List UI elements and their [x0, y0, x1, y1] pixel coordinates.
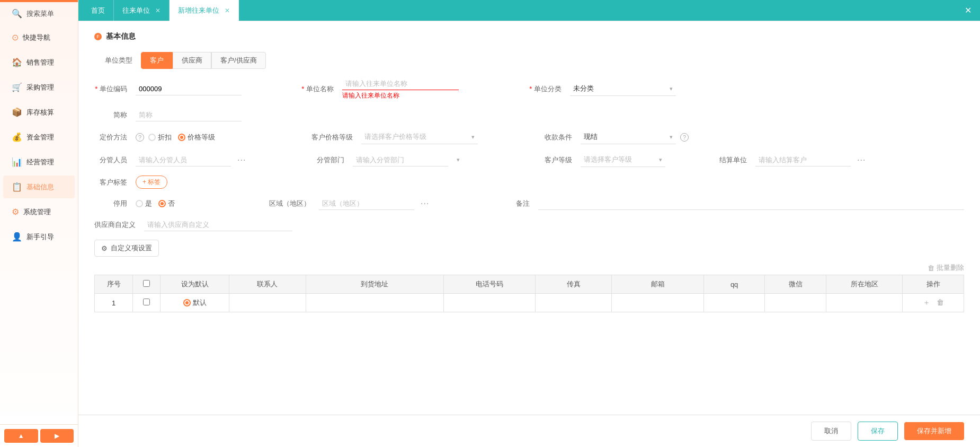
sidebar-label: 销售管理 [26, 58, 54, 67]
dept-input[interactable] [353, 154, 448, 166]
add-tag-button[interactable]: + 标签 [136, 176, 167, 189]
contact-table: 序号 设为默认 联系人 到货地址 电话号码 传真 邮箱 qq 微信 所在地区 [94, 275, 964, 312]
region-label: 区域（地区） [269, 199, 315, 208]
batch-delete-btn[interactable]: 🗑 批量删除 [94, 263, 964, 273]
customer-level-dropdown-icon: ▾ [659, 156, 662, 163]
sidebar-item-quick-nav[interactable]: ⊙ 快捷导航 [3, 26, 75, 49]
payment-help-icon[interactable]: ? [680, 133, 689, 142]
cancel-button[interactable]: 取消 [811, 422, 851, 441]
type-btn-both[interactable]: 客户/供应商 [211, 52, 266, 69]
batch-delete-label: 批量删除 [937, 263, 964, 273]
sidebar-item-system[interactable]: ⚙ 系统管理 [3, 200, 75, 223]
custom-settings-button[interactable]: ⚙ 自定义项设置 [94, 240, 159, 257]
manager-more-btn[interactable]: ··· [235, 155, 248, 165]
search-icon: 🔍 [12, 8, 22, 19]
manager-label: 分管人员 [94, 155, 131, 165]
disabled-radio-yes[interactable]: 是 [136, 199, 152, 208]
section-title: 基本信息 [106, 32, 136, 41]
sidebar-item-inventory[interactable]: 📦 库存核算 [3, 101, 75, 124]
tab-partner-list[interactable]: 往来单位 ✕ [114, 0, 170, 21]
unit-name-group: 单位名称 请输入往来单位名称 [301, 77, 513, 100]
select-all-checkbox[interactable] [143, 280, 150, 287]
row-checkbox[interactable] [143, 299, 150, 305]
region-more-btn[interactable]: ··· [418, 199, 431, 208]
region-input[interactable] [319, 197, 414, 210]
unit-name-input[interactable] [342, 77, 459, 90]
col-default: 设为默认 [161, 275, 229, 294]
disabled-radio-no[interactable]: 否 [158, 199, 175, 208]
cell-action: ＋ 🗑 [903, 294, 964, 312]
phone-input[interactable] [449, 299, 530, 307]
add-row-btn[interactable]: ＋ [921, 297, 932, 308]
email-input[interactable] [617, 299, 698, 307]
delete-row-btn[interactable]: 🗑 [934, 297, 946, 308]
dept-select[interactable]: ▾ [452, 156, 468, 163]
guide-icon: 👤 [12, 232, 22, 242]
settlement-input[interactable] [755, 154, 851, 166]
cell-checkbox[interactable] [133, 294, 161, 312]
tab-new-partner-close[interactable]: ✕ [225, 7, 230, 14]
customer-price-dropdown-icon: ▾ [471, 134, 475, 141]
remark-input[interactable] [538, 197, 964, 210]
qq-input[interactable] [709, 299, 760, 307]
type-btn-customer[interactable]: 客户 [141, 52, 173, 69]
type-btn-supplier[interactable]: 供应商 [173, 52, 211, 69]
col-location: 所在地区 [826, 275, 902, 294]
save-new-button[interactable]: 保存并新增 [904, 422, 964, 440]
settlement-more-btn[interactable]: ··· [855, 155, 868, 165]
sidebar-item-finance[interactable]: 💰 资金管理 [3, 126, 75, 148]
cell-contact[interactable] [229, 294, 306, 312]
tab-partner-list-close[interactable]: ✕ [155, 7, 161, 14]
cell-fax[interactable] [536, 294, 612, 312]
cell-phone[interactable] [443, 294, 535, 312]
unit-type-group: 单位类型 客户 供应商 客户/供应商 [94, 52, 266, 69]
col-wechat: 微信 [765, 275, 826, 294]
cell-address[interactable] [306, 294, 443, 312]
sidebar-footer-btn2[interactable]: ▶ [40, 429, 74, 443]
radio-discount-label: 折扣 [158, 133, 172, 142]
cell-location[interactable] [826, 294, 902, 312]
manager-input[interactable] [136, 154, 231, 166]
window-close-button[interactable]: ✕ [960, 5, 976, 15]
tab-new-partner[interactable]: 新增往来单位 ✕ [170, 0, 239, 21]
wechat-input[interactable] [770, 299, 821, 307]
sidebar-item-search[interactable]: 🔍 搜索菜单 [3, 3, 75, 24]
short-name-input[interactable] [136, 109, 242, 121]
sidebar-item-sales[interactable]: 🏠 销售管理 [3, 51, 75, 74]
sidebar-top-bar [0, 0, 78, 2]
customer-level-placeholder: 请选择客户等级 [584, 155, 657, 164]
cell-wechat[interactable] [765, 294, 826, 312]
col-seq: 序号 [95, 275, 133, 294]
save-button[interactable]: 保存 [858, 422, 898, 441]
pricing-radio-discount[interactable]: 折扣 [148, 133, 172, 142]
pricing-radio-price-level[interactable]: 价格等级 [178, 133, 215, 142]
customer-price-select[interactable]: 请选择客户价格等级 ▾ [361, 130, 478, 144]
batch-delete-icon: 🗑 [928, 264, 934, 272]
supplier-custom-row: 供应商自定义 [94, 218, 964, 231]
default-radio[interactable]: 默认 [166, 298, 224, 308]
disabled-label: 停用 [94, 199, 131, 208]
cell-qq[interactable] [703, 294, 765, 312]
cell-default[interactable]: 默认 [161, 294, 229, 312]
tab-home[interactable]: 首页 [83, 0, 114, 21]
pricing-help-icon[interactable]: ? [136, 133, 144, 142]
supplier-custom-input[interactable] [144, 218, 292, 231]
customer-level-label: 客户等级 [539, 155, 576, 165]
sidebar-footer-btn1[interactable]: ▲ [4, 429, 38, 443]
col-email: 邮箱 [612, 275, 703, 294]
sidebar-item-basic-info[interactable]: 📋 基础信息 [3, 176, 75, 198]
sidebar-item-purchase[interactable]: 🛒 采购管理 [3, 76, 75, 99]
sidebar-item-operations[interactable]: 📊 经营管理 [3, 151, 75, 173]
payment-select[interactable]: 现结 ▾ [581, 130, 676, 144]
location-input[interactable] [832, 299, 897, 307]
contact-input[interactable] [235, 299, 300, 307]
unit-category-select[interactable]: 未分类 ▾ [570, 82, 676, 96]
inventory-icon: 📦 [12, 107, 22, 117]
sidebar-item-guide[interactable]: 👤 新手引导 [3, 225, 75, 248]
address-input[interactable] [311, 299, 438, 307]
fax-input[interactable] [541, 299, 606, 307]
customer-level-select[interactable]: 请选择客户等级 ▾ [581, 153, 665, 167]
sidebar-label: 资金管理 [26, 133, 54, 142]
unit-code-input[interactable] [136, 83, 242, 95]
cell-email[interactable] [612, 294, 703, 312]
